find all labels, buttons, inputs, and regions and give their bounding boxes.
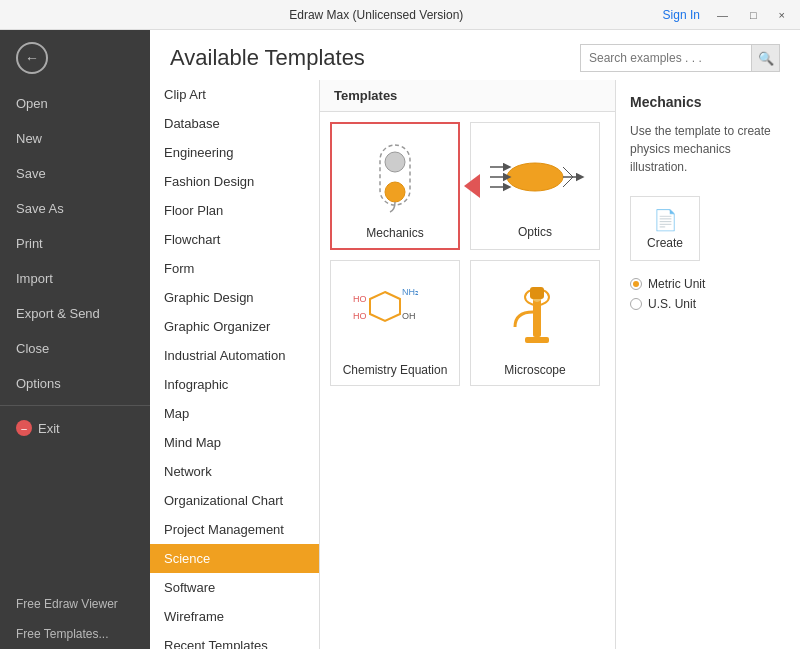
template-optics[interactable]: Optics: [470, 122, 600, 250]
svg-line-8: [563, 167, 573, 177]
metric-radio-dot: [630, 278, 642, 290]
templates-panel: Templates: [320, 80, 615, 649]
sidebar-item-close[interactable]: Close: [0, 331, 150, 366]
svg-marker-10: [370, 292, 400, 321]
svg-text:NH₂: NH₂: [402, 287, 419, 297]
cat-infographic[interactable]: Infographic: [150, 370, 319, 399]
cat-form[interactable]: Form: [150, 254, 319, 283]
sidebar-item-import[interactable]: Import: [0, 261, 150, 296]
window-title: Edraw Max (Unlicensed Version): [90, 8, 663, 22]
optics-svg: [485, 139, 585, 214]
chemistry-thumbnail: HO HO NH₂ OH: [340, 269, 450, 359]
sidebar-item-saveas[interactable]: Save As: [0, 191, 150, 226]
sidebar-item-viewer[interactable]: Free Edraw Viewer: [0, 589, 150, 619]
search-input[interactable]: [581, 45, 751, 71]
cat-recent-templates[interactable]: Recent Templates: [150, 631, 319, 649]
back-circle-icon: ←: [16, 42, 48, 74]
cat-fashion-design[interactable]: Fashion Design: [150, 167, 319, 196]
right-panel-description: Use the template to create physics mecha…: [630, 122, 786, 176]
create-button[interactable]: 📄 Create: [630, 196, 700, 261]
template-grid: Mechanics: [320, 112, 615, 396]
title-bar: Edraw Max (Unlicensed Version) Sign In —…: [0, 0, 800, 30]
cat-database[interactable]: Database: [150, 109, 319, 138]
svg-line-9: [563, 177, 573, 187]
cat-project-mgmt[interactable]: Project Management: [150, 515, 319, 544]
cat-engineering[interactable]: Engineering: [150, 138, 319, 167]
svg-point-3: [507, 163, 563, 191]
cat-network[interactable]: Network: [150, 457, 319, 486]
sidebar-item-save[interactable]: Save: [0, 156, 150, 191]
three-col-layout: Clip Art Database Engineering Fashion De…: [150, 80, 800, 649]
optics-label: Optics: [518, 225, 552, 239]
mechanics-svg: [355, 140, 435, 215]
main-layout: ← Open New Save Save As Print Import Exp…: [0, 30, 800, 649]
mechanics-thumbnail: [340, 132, 450, 222]
svg-point-1: [385, 152, 405, 172]
microscope-label: Microscope: [504, 363, 565, 377]
svg-rect-16: [533, 297, 541, 337]
us-unit-label: U.S. Unit: [648, 297, 696, 311]
page-title: Available Templates: [170, 45, 365, 71]
selection-arrow: [464, 174, 480, 198]
svg-rect-15: [525, 337, 549, 343]
maximize-button[interactable]: □: [745, 7, 762, 23]
sidebar-item-export[interactable]: Export & Send: [0, 296, 150, 331]
svg-text:HO: HO: [353, 311, 367, 321]
cat-mind-map[interactable]: Mind Map: [150, 428, 319, 457]
us-radio-dot: [630, 298, 642, 310]
back-button[interactable]: ←: [0, 30, 150, 86]
microscope-svg: [495, 277, 575, 352]
right-panel-title: Mechanics: [630, 94, 786, 110]
sidebar-item-exit[interactable]: – Exit: [0, 410, 150, 446]
create-label: Create: [647, 236, 683, 250]
close-button[interactable]: ×: [774, 7, 790, 23]
metric-unit-radio[interactable]: Metric Unit: [630, 277, 786, 291]
sidebar-item-new[interactable]: New: [0, 121, 150, 156]
cat-industrial-automation[interactable]: Industrial Automation: [150, 341, 319, 370]
cat-science[interactable]: Science: [150, 544, 319, 573]
template-chemistry[interactable]: HO HO NH₂ OH Chemistry Equation: [330, 260, 460, 386]
cat-clip-art[interactable]: Clip Art: [150, 80, 319, 109]
cat-graphic-design[interactable]: Graphic Design: [150, 283, 319, 312]
content-header: Available Templates 🔍: [150, 30, 800, 80]
cat-floor-plan[interactable]: Floor Plan: [150, 196, 319, 225]
svg-point-2: [385, 182, 405, 202]
exit-icon: –: [16, 420, 32, 436]
templates-header: Templates: [320, 80, 615, 112]
svg-text:OH: OH: [402, 311, 416, 321]
minimize-button[interactable]: —: [712, 7, 733, 23]
cat-flowchart[interactable]: Flowchart: [150, 225, 319, 254]
sidebar-item-print[interactable]: Print: [0, 226, 150, 261]
sidebar-item-options[interactable]: Options: [0, 366, 150, 401]
sign-in-link[interactable]: Sign In: [663, 8, 700, 22]
cat-map[interactable]: Map: [150, 399, 319, 428]
cat-software[interactable]: Software: [150, 573, 319, 602]
document-icon: 📄: [653, 208, 678, 232]
content-area: Available Templates 🔍 Clip Art Database …: [150, 30, 800, 649]
cat-graphic-organizer[interactable]: Graphic Organizer: [150, 312, 319, 341]
optics-thumbnail: [480, 131, 590, 221]
chemistry-svg: HO HO NH₂ OH: [345, 277, 445, 352]
template-microscope[interactable]: Microscope: [470, 260, 600, 386]
template-mechanics[interactable]: Mechanics: [330, 122, 460, 250]
right-panel: Mechanics Use the template to create phy…: [615, 80, 800, 649]
category-panel: Clip Art Database Engineering Fashion De…: [150, 80, 320, 649]
microscope-thumbnail: [480, 269, 590, 359]
sidebar-item-free-templates[interactable]: Free Templates...: [0, 619, 150, 649]
unit-radio-group: Metric Unit U.S. Unit: [630, 277, 786, 311]
exit-label: Exit: [38, 421, 60, 436]
sidebar: ← Open New Save Save As Print Import Exp…: [0, 30, 150, 649]
mechanics-label: Mechanics: [366, 226, 423, 240]
cat-wireframe[interactable]: Wireframe: [150, 602, 319, 631]
search-button[interactable]: 🔍: [751, 45, 779, 71]
svg-text:HO: HO: [353, 294, 367, 304]
us-unit-radio[interactable]: U.S. Unit: [630, 297, 786, 311]
chemistry-label: Chemistry Equation: [343, 363, 448, 377]
search-box: 🔍: [580, 44, 780, 72]
sidebar-divider: [0, 405, 150, 406]
svg-rect-19: [530, 287, 544, 299]
sidebar-item-open[interactable]: Open: [0, 86, 150, 121]
metric-unit-label: Metric Unit: [648, 277, 705, 291]
cat-org-chart[interactable]: Organizational Chart: [150, 486, 319, 515]
